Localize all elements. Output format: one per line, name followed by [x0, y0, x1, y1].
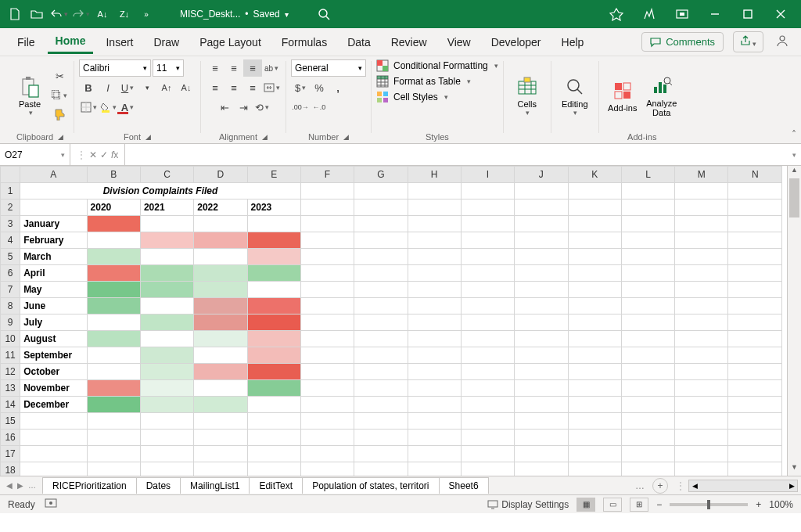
cell[interactable] — [675, 216, 728, 232]
cell[interactable] — [247, 446, 300, 462]
merge-button[interactable] — [262, 79, 281, 96]
cell[interactable] — [728, 249, 782, 265]
bold-button[interactable]: B — [79, 79, 98, 96]
sheet-tab[interactable]: Dates — [136, 477, 181, 494]
month-cell[interactable]: November — [20, 380, 87, 397]
data-cell[interactable] — [247, 364, 300, 380]
data-cell[interactable] — [194, 380, 247, 397]
conditional-formatting-button[interactable]: Conditional Formatting — [376, 59, 498, 72]
redo-icon[interactable] — [70, 4, 91, 24]
cell[interactable] — [408, 298, 461, 315]
data-cell[interactable] — [87, 216, 140, 232]
col-header-E[interactable]: E — [247, 167, 300, 183]
zoom-out-button[interactable]: − — [656, 499, 662, 510]
cell[interactable] — [461, 462, 514, 476]
cell[interactable] — [675, 282, 728, 298]
cell[interactable] — [515, 315, 568, 331]
cell[interactable] — [87, 430, 140, 446]
data-cell[interactable] — [247, 298, 300, 315]
orientation-button[interactable]: ⟲ — [253, 99, 271, 116]
cell[interactable] — [568, 430, 621, 446]
cell[interactable] — [354, 249, 408, 265]
cell[interactable] — [515, 232, 568, 249]
year-header[interactable]: 2023 — [247, 200, 300, 216]
cell[interactable] — [728, 216, 782, 232]
cell[interactable] — [728, 446, 782, 462]
sheet-tab[interactable]: MailingList1 — [180, 477, 250, 494]
month-cell[interactable]: January — [20, 216, 87, 232]
editing-button[interactable]: Editing — [556, 69, 594, 122]
cell[interactable] — [461, 216, 514, 232]
cell[interactable] — [515, 183, 568, 200]
cell[interactable] — [408, 413, 461, 430]
cell[interactable] — [728, 380, 782, 397]
row-header[interactable]: 1 — [1, 183, 20, 200]
data-cell[interactable] — [247, 315, 300, 331]
comma-button[interactable]: , — [329, 79, 347, 96]
cell[interactable] — [408, 232, 461, 249]
cell[interactable] — [140, 430, 193, 446]
cell[interactable] — [621, 249, 674, 265]
cell[interactable] — [568, 413, 621, 430]
data-cell[interactable] — [247, 282, 300, 298]
tab-insert[interactable]: Insert — [98, 31, 141, 53]
cancel-formula-icon[interactable]: ✕ — [89, 149, 97, 160]
cell[interactable] — [728, 462, 782, 476]
qat-more-icon[interactable]: » — [136, 4, 156, 24]
cell[interactable] — [87, 462, 140, 476]
month-cell[interactable]: December — [20, 397, 87, 413]
cell[interactable] — [621, 347, 674, 364]
col-header-D[interactable]: D — [194, 167, 247, 183]
data-cell[interactable] — [87, 315, 140, 331]
sheet-next-icon[interactable]: ▶ — [16, 481, 25, 490]
cell[interactable] — [408, 183, 461, 200]
format-painter-icon[interactable] — [50, 106, 69, 123]
data-cell[interactable] — [140, 397, 193, 413]
page-break-view-icon[interactable]: ⊞ — [630, 498, 648, 512]
cell[interactable] — [408, 397, 461, 413]
cell[interactable] — [621, 380, 674, 397]
cell[interactable] — [728, 331, 782, 347]
sheet-tab[interactable]: Population of states, territori — [302, 477, 439, 494]
scroll-right-icon[interactable]: ▶ — [786, 482, 797, 490]
col-header-B[interactable]: B — [87, 167, 140, 183]
cell[interactable] — [515, 364, 568, 380]
cell[interactable] — [194, 430, 247, 446]
cell[interactable] — [675, 183, 728, 200]
row-header[interactable]: 17 — [1, 446, 20, 462]
cell[interactable] — [515, 413, 568, 430]
shrink-font-button[interactable]: A↓ — [177, 79, 196, 96]
cell[interactable] — [354, 265, 408, 282]
data-cell[interactable] — [140, 315, 193, 331]
row-header[interactable]: 9 — [1, 315, 20, 331]
cell[interactable] — [300, 216, 354, 232]
zoom-slider[interactable] — [670, 503, 748, 506]
align-right-icon[interactable]: ≡ — [243, 79, 262, 96]
data-cell[interactable] — [140, 232, 193, 249]
wrap-text-button[interactable]: ab — [262, 59, 281, 77]
cell[interactable] — [568, 364, 621, 380]
cell[interactable] — [461, 380, 514, 397]
cell[interactable] — [515, 265, 568, 282]
cell[interactable] — [621, 183, 674, 200]
cell[interactable] — [354, 216, 408, 232]
data-cell[interactable] — [247, 265, 300, 282]
tab-developer[interactable]: Developer — [483, 31, 549, 53]
align-center-icon[interactable]: ≡ — [224, 79, 243, 96]
data-cell[interactable] — [247, 331, 300, 347]
cell[interactable] — [728, 183, 782, 200]
cell[interactable] — [20, 446, 87, 462]
underline-button[interactable]: U — [118, 79, 137, 96]
font-color-button[interactable]: A — [118, 99, 137, 116]
cell[interactable] — [568, 380, 621, 397]
cell[interactable] — [300, 364, 354, 380]
cell[interactable] — [675, 347, 728, 364]
data-cell[interactable] — [87, 347, 140, 364]
cell[interactable] — [300, 430, 354, 446]
cell[interactable] — [354, 232, 408, 249]
col-header-L[interactable]: L — [621, 167, 674, 183]
cell[interactable] — [140, 446, 193, 462]
font-size-combo[interactable]: 11▾ — [153, 59, 184, 77]
month-cell[interactable]: August — [20, 331, 87, 347]
cell[interactable] — [300, 298, 354, 315]
